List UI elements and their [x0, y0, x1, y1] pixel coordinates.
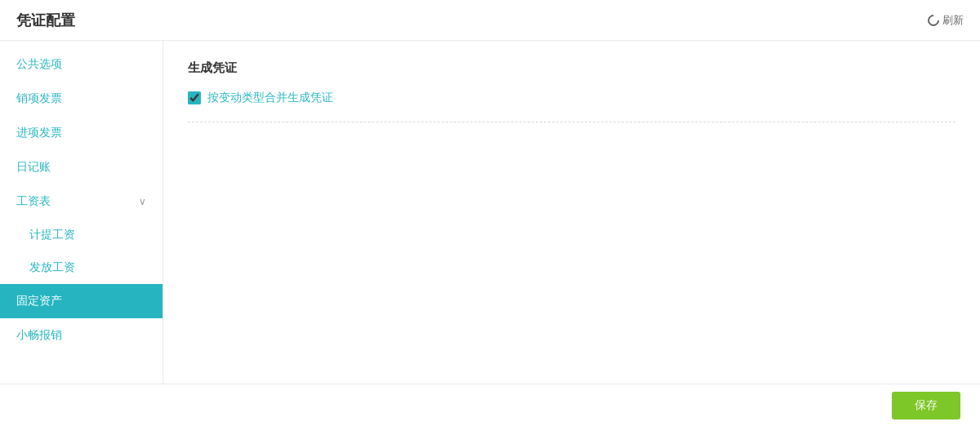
sidebar-item-label: 销项发票 [16, 91, 62, 106]
page-footer: 保存 [0, 384, 980, 426]
sidebar-item-label: 工资表 [16, 194, 51, 209]
sidebar-item-label: 进项发票 [16, 126, 62, 140]
section-title: 生成凭证 [188, 60, 956, 76]
page-header: 凭证配置 刷新 [0, 0, 980, 41]
sidebar-item-purchase-invoice[interactable]: 进项发票 [0, 116, 163, 150]
chevron-down-icon: ∨ [139, 196, 146, 207]
sidebar-item-label: 日记账 [16, 160, 51, 175]
main-content: 公共选项 销项发票 进项发票 日记账 工资表 ∨ 计提工资 发放工资 固定资 [0, 41, 980, 384]
refresh-label: 刷新 [942, 13, 964, 28]
sidebar-item-fixed-assets[interactable]: 固定资产 [0, 284, 163, 318]
sidebar-item-sales-invoice[interactable]: 销项发票 [0, 82, 163, 116]
sidebar: 公共选项 销项发票 进项发票 日记账 工资表 ∨ 计提工资 发放工资 固定资 [0, 41, 163, 384]
sidebar-item-pay-salary[interactable]: 发放工资 [0, 251, 163, 284]
content-area: 生成凭证 按变动类型合并生成凭证 [163, 41, 980, 384]
sidebar-item-label: 计提工资 [29, 228, 75, 241]
sidebar-item-label: 小畅报销 [16, 328, 62, 343]
refresh-icon [925, 12, 942, 29]
save-button[interactable]: 保存 [892, 392, 960, 419]
sidebar-item-label: 公共选项 [16, 57, 62, 72]
page-wrapper: 凭证配置 刷新 公共选项 销项发票 进项发票 日记账 工资表 ∨ [0, 0, 980, 426]
sidebar-item-label: 固定资产 [16, 294, 62, 308]
sidebar-item-public-options[interactable]: 公共选项 [0, 47, 163, 82]
refresh-button[interactable]: 刷新 [928, 13, 964, 28]
checkbox-label[interactable]: 按变动类型合并生成凭证 [207, 91, 333, 105]
merge-by-type-checkbox[interactable] [188, 91, 201, 104]
sidebar-item-calc-salary[interactable]: 计提工资 [0, 219, 163, 251]
checkbox-row: 按变动类型合并生成凭证 [188, 91, 956, 105]
page-title: 凭证配置 [16, 11, 75, 30]
sidebar-item-expense-report[interactable]: 小畅报销 [0, 318, 163, 353]
sidebar-item-journal[interactable]: 日记账 [0, 150, 163, 184]
sidebar-item-payroll[interactable]: 工资表 ∨ [0, 184, 163, 219]
sidebar-item-label: 发放工资 [29, 260, 75, 273]
section-divider [188, 122, 956, 122]
